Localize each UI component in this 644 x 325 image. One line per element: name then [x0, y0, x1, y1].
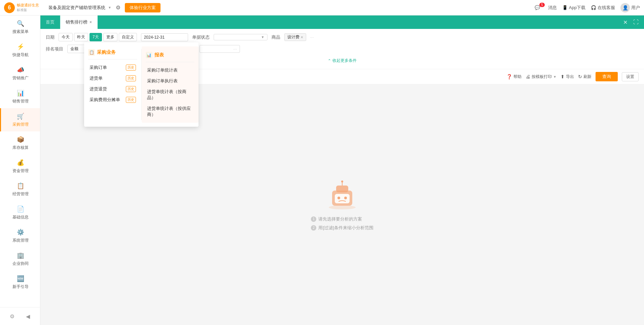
gear-icon[interactable]: ⚙	[114, 4, 122, 12]
tab-home[interactable]: 首页	[40, 15, 60, 29]
search-icon: 🔍	[16, 19, 25, 28]
settings-button[interactable]: 设置	[622, 72, 639, 81]
menu-expense[interactable]: 采购费用分摊单 历史	[88, 94, 137, 105]
sidebar-label-marketing: 营销推广	[12, 75, 29, 81]
export-label: 导出	[566, 74, 574, 80]
sidebar-item-enterprise[interactable]: 🏢 企业协同	[0, 247, 40, 271]
tab-close-icon[interactable]: ×	[90, 20, 92, 25]
refresh-icon: ↻	[578, 74, 582, 79]
sidebar-label-purchase: 采购管理	[12, 122, 29, 127]
sidebar-bottom: ⚙ ◀	[0, 307, 40, 325]
menu-report-incoming-goods[interactable]: 进货单统计表（按商品）	[146, 86, 195, 103]
ranking-label: 排名项目	[46, 46, 63, 52]
box-icon: 📦	[16, 135, 25, 144]
history-badge-0: 历史	[126, 65, 136, 71]
date-label: 日期	[46, 34, 55, 40]
tab-bar: 首页 销售排行榜 × ✕ ⛶	[40, 15, 644, 29]
menu-return[interactable]: 进货退货 历史	[88, 84, 137, 94]
lightning-icon: ⚡	[16, 43, 25, 51]
svg-rect-2	[335, 194, 350, 203]
goods-tag-close[interactable]: ×	[301, 35, 303, 40]
app-download-action[interactable]: 📱 App下载	[562, 5, 585, 11]
tab-sales-ranking[interactable]: 销售排行榜 ×	[60, 15, 98, 29]
logo-area: 6 畅捷通好生意 标准版	[4, 2, 44, 13]
new-icon: 🆕	[16, 275, 25, 283]
customer-input-wrapper[interactable]: ···	[200, 45, 240, 53]
sidebar-settings-btn[interactable]: ⚙	[7, 312, 17, 321]
sidebar-item-system[interactable]: ⚙️ 系统管理	[0, 224, 40, 247]
message-label: 消息	[548, 5, 557, 11]
reports-title-icon: 📊	[146, 52, 152, 58]
sidebar-collapse-btn[interactable]: ◀	[23, 312, 33, 321]
date-btn-today[interactable]: 今天	[59, 33, 73, 41]
building-icon: 🏢	[16, 251, 25, 259]
sidebar-label-system: 系统管理	[12, 238, 29, 243]
money-icon: 💰	[16, 159, 25, 167]
svg-point-7	[341, 180, 343, 182]
sidebar-item-search[interactable]: 🔍 搜索菜单	[0, 15, 40, 39]
cart-icon: 🛒	[16, 112, 25, 120]
logo-text: 畅捷通好生意	[17, 3, 39, 7]
history-badge-2: 历史	[126, 86, 136, 92]
sidebar-label-sales: 销售管理	[12, 98, 29, 104]
user-action[interactable]: 👤 用户	[620, 3, 640, 12]
print-label: 按模板打印	[532, 74, 552, 80]
sidebar-item-guide[interactable]: 🆕 新手引导	[0, 271, 40, 294]
sidebar-item-finance[interactable]: 💰 资金管理	[0, 155, 40, 178]
sidebar-label-operations: 经营管理	[12, 191, 29, 197]
history-badge-1: 历史	[126, 75, 136, 81]
sidebar-item-purchase[interactable]: 🛒 采购管理	[0, 108, 40, 131]
system-dropdown-arrow[interactable]: ▼	[108, 6, 111, 9]
sidebar: 🔍 搜索菜单 ⚡ 快捷导航 📣 营销推广 📊 销售管理 🛒 采购管理 📦 库存核…	[0, 15, 40, 325]
export-btn[interactable]: ⬆ 导出	[561, 74, 574, 80]
filter-row-1: 日期 今天 昨天 7天 更多 自定义 单据状态 ▼ 商品	[46, 33, 639, 41]
print-dropdown-icon[interactable]: ▼	[553, 75, 557, 79]
phone-icon: 📱	[562, 5, 568, 10]
sidebar-item-marketing[interactable]: 📣 营销推广	[0, 62, 40, 85]
query-button[interactable]: 查询	[596, 72, 618, 81]
status-select-wrapper[interactable]: ▼	[214, 34, 267, 40]
date-btn-custom[interactable]: 自定义	[119, 33, 137, 41]
menu-purchase-order[interactable]: 采购订单 历史	[88, 62, 137, 73]
step2-item: 2 用[过滤]条件来缩小分析范围	[311, 224, 373, 232]
message-action[interactable]: 💬 5 消息	[535, 5, 557, 11]
date-quick-btns: 今天 昨天 7天 更多 自定义	[59, 33, 137, 41]
content-area: 首页 销售排行榜 × ✕ ⛶ 📋 采购业务	[40, 15, 644, 325]
service-label: 在线客服	[598, 5, 615, 11]
settings-icon: ⚙️	[16, 228, 25, 236]
sidebar-item-inventory[interactable]: 📦 库存核算	[0, 131, 40, 155]
sidebar-item-sales[interactable]: 📊 销售管理	[0, 85, 40, 108]
date-btn-7days[interactable]: 7天	[90, 33, 102, 41]
tab-expand-btn[interactable]: ⛶	[632, 18, 640, 26]
headset-icon: 🎧	[591, 5, 596, 10]
top-header: 6 畅捷通好生意 标准版 装备及固定资产辅助管理系统 ▼ ⚙ 体验行业方案 💬 …	[0, 0, 644, 15]
date-end-input[interactable]	[141, 33, 188, 41]
industry-button[interactable]: 体验行业方案	[125, 3, 160, 12]
refresh-label: 刷新	[583, 74, 592, 80]
header-center: 装备及固定资产辅助管理系统 ▼ ⚙ 体验行业方案	[44, 3, 535, 12]
sidebar-label-guide: 新手引导	[12, 284, 29, 290]
sidebar-item-operations[interactable]: 📋 经营管理	[0, 178, 40, 201]
menu-report-order-exec[interactable]: 采购订单执行表	[146, 76, 195, 86]
step2-text: 用[过滤]条件来缩小分析范围	[318, 224, 373, 232]
sidebar-item-quick-nav[interactable]: ⚡ 快捷导航	[0, 39, 40, 62]
goods-tag-value: 设计费	[287, 34, 299, 40]
sidebar-item-basic-info[interactable]: 📄 基础信息	[0, 201, 40, 224]
help-btn[interactable]: ❓ 帮助	[506, 74, 522, 80]
sidebar-label-quick-nav: 快捷导航	[12, 52, 29, 58]
doc-icon: 📋	[16, 182, 25, 190]
goods-ellipsis[interactable]: ···	[310, 35, 314, 40]
customer-ellipsis[interactable]: ···	[233, 46, 237, 51]
menu-report-order-stats[interactable]: 采购订单统计表	[146, 65, 195, 76]
menu-incoming[interactable]: 进货单 历史	[88, 73, 137, 84]
date-btn-yesterday[interactable]: 昨天	[74, 33, 88, 41]
print-btn[interactable]: 🖨 按模板打印 ▼	[526, 74, 557, 80]
online-service-action[interactable]: 🎧 在线客服	[591, 5, 615, 11]
help-label: 帮助	[513, 74, 522, 80]
step1-num: 1	[311, 216, 316, 222]
refresh-btn[interactable]: ↻ 刷新	[578, 74, 592, 80]
tab-close-btn[interactable]: ✕	[621, 18, 629, 26]
sidebar-label-search: 搜索菜单	[12, 29, 29, 35]
menu-report-incoming-supplier[interactable]: 进货单统计表（按供应商）	[146, 103, 195, 120]
date-btn-more[interactable]: 更多	[103, 33, 117, 41]
